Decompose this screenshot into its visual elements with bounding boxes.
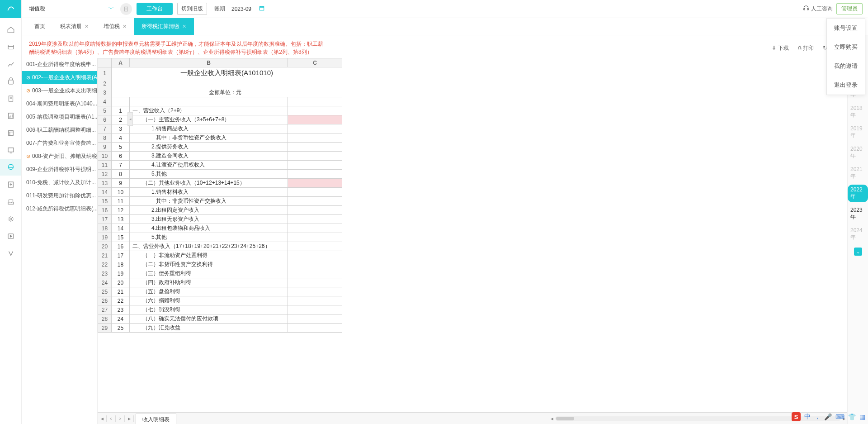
nav-export-icon[interactable] [0,176,21,193]
ime-toolbox-icon[interactable]: ▦ [859,413,865,420]
col-header-c[interactable]: C [288,58,342,67]
close-icon[interactable]: ✕ [85,24,89,29]
item-cell[interactable]: 4.出租包装物和商品收入 [130,224,288,233]
item-cell[interactable]: （四）政府补助利得 [130,278,288,287]
sheet-corner[interactable] [98,58,112,67]
seq-cell[interactable]: 11 [112,197,130,206]
row-header[interactable]: 5 [98,106,112,115]
seq-cell[interactable]: 12 [112,206,130,215]
item-cell[interactable]: 1.销售材料收入 [130,188,288,197]
amount-cell[interactable] [288,215,342,224]
row-header[interactable]: 3 [98,88,112,97]
year-tab-2024年[interactable]: 2024年 [848,225,868,243]
item-cell[interactable]: 3.出租无形资产收入 [130,215,288,224]
tab-增值税[interactable]: 增值税✕ [96,18,134,35]
seq-cell[interactable]: 3 [112,124,130,133]
row-header[interactable]: 24 [98,278,112,287]
item-cell[interactable]: 4.让渡资产使用权收入 [130,161,288,170]
year-tab-2018年[interactable]: 2018年 [848,103,868,121]
row-header[interactable]: 27 [98,305,112,314]
amount-cell[interactable] [288,106,342,115]
item-cell[interactable]: （一）主营业务收入（3+5+6+7+8） [130,115,288,124]
year-tab-2021年[interactable]: 2021年 [848,164,868,182]
amount-cell[interactable] [288,115,342,124]
nav-card-icon[interactable] [0,39,21,55]
amount-cell[interactable] [288,197,342,206]
amount-cell[interactable] [288,179,342,188]
amount-cell[interactable] [288,133,342,143]
seq-cell[interactable]: 13 [112,215,130,224]
col-header-a[interactable]: A [112,58,130,67]
company-dropdown[interactable]: 增值税 ﹀ [27,4,116,14]
item-cell[interactable]: 5.其他 [130,233,288,242]
seq-cell[interactable]: 7 [112,161,130,170]
ime-keyboard-icon[interactable]: ⌨ [835,413,844,420]
row-header[interactable]: 7 [98,124,112,133]
year-expand-icon[interactable]: ⌄ [854,248,862,256]
seq-cell[interactable]: 23 [112,305,130,314]
row-header[interactable]: 17 [98,215,112,224]
seq-cell[interactable]: 16 [112,242,130,251]
seq-cell[interactable]: 6 [112,152,130,161]
amount-cell[interactable] [288,170,342,179]
amount-cell[interactable] [288,224,342,233]
amount-cell[interactable] [288,206,342,215]
amount-cell[interactable] [288,124,342,133]
seq-cell[interactable]: 25 [112,324,130,333]
seq-cell[interactable]: 2 [112,115,130,124]
form-list-item[interactable]: 006-职工薪酬纳税调整明细... [22,124,97,137]
amount-cell[interactable] [288,233,342,242]
close-icon[interactable]: ✕ [182,24,186,29]
seq-cell[interactable]: 4 [112,133,130,143]
seq-cell[interactable]: 17 [112,251,130,260]
row-header[interactable]: 18 [98,224,112,233]
row-header[interactable]: 29 [98,324,112,333]
row-header[interactable]: 1 [98,67,112,79]
nav-bag-icon[interactable] [0,73,21,90]
seq-cell[interactable]: 8 [112,170,130,179]
close-icon[interactable]: ✕ [123,24,127,29]
form-list-item[interactable]: 011-研发费用加计扣除优惠... [22,189,97,202]
row-header[interactable]: 12 [98,170,112,179]
form-list-item[interactable]: 009-企业所得税弥补亏损明... [22,163,97,176]
tab-所得税汇算清缴[interactable]: 所得税汇算清缴✕ [134,18,194,35]
form-list-item[interactable]: 004-期间费用明细表(A1040... [22,97,97,110]
user-menu-item[interactable]: 退出登录 [827,76,865,95]
row-header[interactable]: 28 [98,314,112,324]
form-list-item[interactable]: 007-广告费和业务宣传费跨... [22,137,97,150]
item-cell[interactable]: （八）确实无法偿付的应付款项 [130,314,288,324]
item-cell[interactable]: 5.其他 [130,170,288,179]
calendar-icon[interactable] [259,5,265,13]
item-cell[interactable]: （七）罚没利得 [130,305,288,314]
form-list-item[interactable]: 010-免税、减计收入及加计... [22,176,97,189]
row-header[interactable]: 26 [98,296,112,305]
item-cell[interactable]: （二）其他业务收入（10+12+13+14+15） [130,179,288,188]
seq-cell[interactable]: 19 [112,269,130,278]
row-header[interactable]: 4 [98,97,112,106]
nav-tax-icon[interactable] [0,159,21,176]
user-menu-item[interactable]: 账号设置 [827,19,865,38]
col-header-b[interactable]: B [130,58,288,67]
spreadsheet[interactable]: A B C 1 一般企业收入明细表(A101010) 2 [98,58,342,333]
amount-cell[interactable] [288,269,342,278]
ime-lang-toggle[interactable]: 中 [804,413,811,421]
workbench-button[interactable]: 工作台 [137,3,173,15]
tab-首页[interactable]: 首页 [27,18,53,35]
item-cell[interactable]: （五）盘盈利得 [130,287,288,296]
admin-button[interactable]: 管理员 [836,3,863,14]
row-header[interactable]: 19 [98,233,112,242]
item-cell[interactable]: 其中：非货币性资产交换收入 [130,133,288,143]
row-header[interactable]: 21 [98,251,112,260]
item-cell[interactable]: 3.建造合同收入 [130,152,288,161]
sheet-nav-prev[interactable]: ‹ [107,415,116,422]
seq-cell[interactable]: 10 [112,188,130,197]
tab-税表清册[interactable]: 税表清册✕ [53,18,96,35]
row-header[interactable]: 16 [98,206,112,215]
sheet-nav-last[interactable]: ▸ [125,415,134,422]
amount-cell[interactable] [288,314,342,324]
form-list-item[interactable]: ⊘003-一般企业成本支出明细... [22,84,97,97]
nav-settings-icon[interactable] [0,211,21,227]
seq-cell[interactable]: 22 [112,296,130,305]
user-menu-item[interactable]: 我的邀请 [827,57,865,76]
year-tab-2020年[interactable]: 2020年 [848,144,868,162]
